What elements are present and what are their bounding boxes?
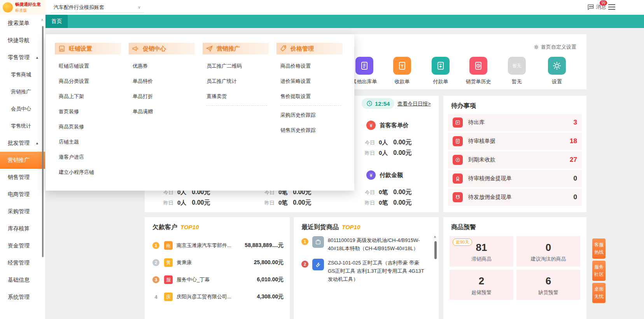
shortcut-receipt[interactable]: 收款单: [385, 57, 419, 85]
sidebar-item-basic-info[interactable]: 基础信息: [0, 272, 45, 289]
sidebar-item-search-menu[interactable]: 搜索菜单: [0, 15, 45, 32]
app-logo[interactable]: 畅捷通好生意 标准版: [0, 0, 46, 15]
sidebar-item-ecommerce-management[interactable]: 电商管理: [0, 186, 45, 203]
payment-icon: [432, 57, 450, 75]
debt-customer-row[interactable]: 4 庆 庆阳兴彦工贸有限公司... 4,308.00元: [152, 288, 284, 305]
mega-menu-item[interactable]: 旺铺店铺设置: [55, 58, 121, 74]
sidebar-item-system-management[interactable]: 系统管理: [0, 289, 45, 306]
mega-menu-item[interactable]: 单品特价: [129, 74, 195, 89]
shortcut-payment[interactable]: 付款单: [424, 57, 458, 85]
shortcut-sales-history[interactable]: 销货单历史: [461, 57, 495, 85]
todo-panel: 待办事项 待出库 3 待审核单据 18 到期未收款 27 待审核佣金提现单 0 …: [443, 96, 586, 212]
shortcut-empty[interactable]: 暂无 暂无: [500, 57, 534, 85]
collapse-arrow-icon: ▲: [35, 141, 39, 145]
recent-goods-row[interactable]: 1 8011100019 高级发动机油/CH-4/B915W-40#18L本特勒…: [301, 236, 427, 252]
shortcut-settings[interactable]: 设置: [540, 57, 574, 85]
mega-menu-item[interactable]: 商品分类设置: [55, 74, 121, 89]
debt-customer-row[interactable]: 1 南 南京玉潍康汽车零部件... 58,883,889....元: [152, 237, 284, 254]
daily-report-link[interactable]: 查看今日日报>: [397, 100, 431, 107]
rank-2-medal-icon: 2: [152, 259, 159, 266]
todo-item-pending-audit[interactable]: 待审核单据 18: [448, 133, 582, 150]
mega-menu-header: 营销推广: [203, 43, 269, 54]
mega-menu-item[interactable]: 邀客户进店: [55, 149, 121, 165]
mega-menu-item[interactable]: 采购历史价跟踪: [276, 107, 343, 123]
mega-menu-item[interactable]: 首页装修: [55, 104, 121, 119]
scrollbar-thumb[interactable]: [42, 26, 44, 257]
recent-goods-panel: 最近到货商品 TOP10 1 8011100019 高级发动机油/CH-4/B9…: [294, 217, 439, 319]
stat-count: 0人: [379, 149, 388, 157]
sidebar-item-quick-nav[interactable]: 快捷导航: [0, 32, 45, 49]
sidebar-item-purchase-management[interactable]: 采购管理: [0, 203, 45, 220]
stat-amount: 0.00元: [393, 188, 411, 196]
sidebar-item-member-center[interactable]: 会员中心: [0, 100, 45, 117]
sidebar-item-sales-management[interactable]: 销售管理: [0, 169, 45, 186]
todo-item-overdue-receivable[interactable]: 到期未收款 27: [448, 151, 582, 168]
tab-home[interactable]: 首页: [46, 15, 68, 28]
empty-slot-icon: 暂无: [508, 57, 526, 75]
mega-menu-item[interactable]: 员工推广二维码: [203, 58, 269, 74]
mega-menu-item[interactable]: 员工推广统计: [203, 74, 269, 89]
debt-customer-row[interactable]: 3 服 服务中心_丁幕 6,010.00元: [152, 271, 284, 288]
scroll-up-icon[interactable]: ∧: [432, 235, 438, 239]
todo-item-commission-audit[interactable]: 待审核佣金提现单 0: [448, 170, 582, 187]
shortcut-label: 销货单历史: [461, 78, 495, 85]
stat-amount: 0.00元: [192, 199, 210, 207]
product-icon: [312, 236, 324, 248]
customer-tag: 黄: [164, 258, 173, 267]
menu-icon[interactable]: [608, 4, 615, 11]
mega-menu-item[interactable]: 优惠券: [129, 58, 195, 74]
mega-menu-item[interactable]: 销售历史价跟踪: [276, 123, 343, 138]
sidebar-item-retail-marketing[interactable]: 营销推广: [0, 83, 45, 100]
sidebar-item-inventory-accounting[interactable]: 库存核算: [0, 220, 45, 237]
shortcut-label: 付款单: [424, 78, 458, 85]
todo-label: 到期未收款: [468, 156, 570, 163]
mega-menu-item[interactable]: 直播卖货: [203, 89, 269, 104]
debt-customer-row[interactable]: 2 黄 黄乘康 25,800.00元: [152, 254, 284, 271]
alert-box-overstock[interactable]: 2 超储预警: [450, 270, 513, 300]
mega-menu-column-promotion-center: 促销中心 优惠券 单品特价 单品打折 单品满赠: [129, 43, 195, 119]
settings-gear-icon: [548, 57, 566, 75]
product-name: 8011100019 高级发动机油/CH-4/B915W-40#18L本特勒（C…: [328, 236, 424, 252]
account-selector[interactable]: 汽车配件行业模拟账套 ∨: [51, 2, 144, 13]
sidebar-item-retail-mall[interactable]: 零售商城: [0, 66, 45, 83]
sidebar-item-wholesale-management[interactable]: 批发管理 ▲: [0, 135, 45, 152]
side-tab-desktop-assist[interactable]: 桌面无忧: [592, 283, 606, 303]
alert-box-stockout[interactable]: 6 缺货预警: [516, 270, 580, 300]
todo-count: 0: [574, 175, 577, 182]
alert-label: 缺货预警: [516, 289, 580, 296]
yesterday-label: 昨日: [163, 200, 173, 207]
mega-menu-item[interactable]: 进价策略设置: [276, 74, 343, 89]
sidebar-item-funds-management[interactable]: 资金管理: [0, 237, 45, 254]
side-tab-customer-service[interactable]: 客服热线: [592, 238, 606, 259]
scrollbar-thumb[interactable]: [434, 241, 437, 259]
sidebar-item-operations-management[interactable]: 经营管理: [0, 254, 45, 272]
sidebar-scrollbar[interactable]: ∧: [40, 18, 45, 317]
todo-count: 3: [574, 119, 577, 126]
mega-menu-item[interactable]: 售价提取设置: [276, 89, 343, 104]
mega-menu-item[interactable]: 店铺主题: [55, 134, 121, 149]
side-tab-service-community[interactable]: 服务社区: [592, 261, 606, 281]
rank-1-medal-icon: 1: [152, 242, 159, 249]
mega-menu-item[interactable]: 建立小程序店铺: [55, 165, 121, 180]
todo-item-pending-outbound[interactable]: 待出库 3: [448, 114, 582, 131]
sidebar-item-retail-management[interactable]: 零售管理 ▲: [0, 49, 45, 66]
mega-menu-item[interactable]: 商品上下架: [55, 89, 121, 104]
mega-menu-item[interactable]: 商品页装修: [55, 119, 121, 134]
scroll-up-icon[interactable]: ∧: [40, 18, 45, 22]
mega-menu-title: 价格管理: [290, 45, 314, 53]
customer-name: 庆阳兴彦工贸有限公司...: [177, 293, 257, 300]
customer-tag: 庆: [164, 293, 173, 301]
stat-count: 0笔: [278, 199, 287, 207]
todo-item-commission-grant[interactable]: 待发放佣金提现单 0: [448, 189, 582, 206]
alert-box-slow-moving[interactable]: 近90天 81 滞销商品: [450, 236, 513, 266]
recent-goods-row[interactable]: 2 ZSGJ-101-025 正时工具（吉利帝豪 帝豪GS正时工具 吉利1.3T…: [301, 259, 427, 283]
mega-menu-item[interactable]: 商品价格设置: [276, 58, 343, 74]
alert-box-eliminate[interactable]: 0 建议淘汰的商品: [516, 236, 580, 266]
sidebar-item-marketing-promotion[interactable]: 营销推广: [0, 152, 45, 169]
rank-3-medal-icon: 3: [152, 276, 159, 283]
receipt-icon: [393, 57, 411, 75]
home-customize-link[interactable]: 首页自定义设置: [534, 44, 576, 51]
sidebar-item-retail-stats[interactable]: 零售统计: [0, 117, 45, 135]
mega-menu-item[interactable]: 单品满赠: [129, 104, 195, 119]
mega-menu-item[interactable]: 单品打折: [129, 89, 195, 104]
